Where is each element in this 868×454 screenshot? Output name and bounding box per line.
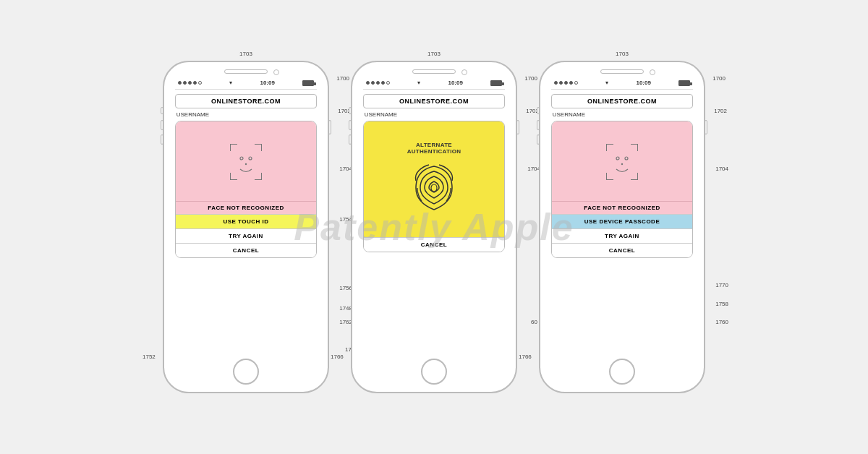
phone2-speaker bbox=[412, 69, 456, 74]
phone3-time: 10:09 bbox=[636, 80, 650, 86]
phone2-cancel-btn[interactable]: CANCEL bbox=[364, 237, 505, 252]
dot3 bbox=[188, 81, 192, 85]
phone2-ref-frame: 1766 bbox=[331, 354, 344, 360]
phone2-ref-top: 1703 bbox=[427, 51, 441, 57]
phone1-face-icon-area bbox=[229, 142, 263, 181]
phone2-url-bar[interactable]: ONLINESTORE.COM bbox=[363, 94, 506, 108]
phone2-vol1-btn bbox=[349, 120, 352, 130]
phone3-top bbox=[540, 62, 704, 77]
p2dot2 bbox=[371, 81, 375, 85]
p3dot2 bbox=[559, 81, 563, 85]
phone3-ref-top: 1703 bbox=[616, 51, 629, 57]
phone2-battery bbox=[490, 80, 502, 86]
phone3-cancel-btn[interactable]: CANCEL bbox=[552, 243, 693, 257]
phone2-home-button[interactable] bbox=[421, 359, 447, 385]
phone2-ref-cancel: 60 bbox=[531, 319, 537, 325]
phone3-face-not-recognized: FACE NOT RECOGNIZED bbox=[552, 201, 693, 214]
p3dot3 bbox=[564, 81, 568, 85]
phone2-fingerprint-svg bbox=[409, 159, 459, 217]
phone1-status-bar: ▾ 10:09 bbox=[175, 77, 318, 90]
phone3-power-btn bbox=[705, 120, 707, 134]
phone3-ref-body: 1700 bbox=[712, 75, 726, 82]
phone3-vol1-btn bbox=[537, 120, 540, 130]
phone3: ▾ 10:09 ONLINESTORE.COM USERNAME bbox=[539, 61, 705, 393]
phone3-ref-cancel: 1760 bbox=[715, 319, 728, 325]
phone1-ref-frame: 1752 bbox=[142, 354, 156, 360]
phone2-signal-dots bbox=[366, 81, 390, 85]
phone1-url-bar[interactable]: ONLINESTORE.COM bbox=[175, 94, 318, 108]
phone1: ▾ 10:09 ONLINESTORE.COM USERNAME bbox=[163, 61, 329, 393]
phone2-camera bbox=[461, 69, 467, 75]
phone2-wrapper: 1703 1700 1702 1704 60 1764 1766 bbox=[351, 61, 517, 393]
p2dot5 bbox=[386, 81, 390, 85]
phone1-face-not-recognized: FACE NOT RECOGNIZED bbox=[176, 201, 317, 214]
p2dot1 bbox=[366, 81, 370, 85]
phone3-vol2-btn bbox=[537, 134, 540, 145]
phone2: ▾ 10:09 ONLINESTORE.COM USERNAME ALTERNA… bbox=[351, 61, 517, 393]
phone1-use-touch-id-btn[interactable]: USE TOUCH ID bbox=[176, 214, 317, 228]
dot5 bbox=[198, 81, 202, 85]
phone1-try-again-btn[interactable]: TRY AGAIN bbox=[176, 228, 317, 243]
phone3-mute-btn bbox=[537, 107, 540, 114]
phone3-ref-passcode: 1770 bbox=[715, 282, 728, 288]
phone1-battery bbox=[302, 80, 314, 86]
phone1-signal-dots bbox=[178, 81, 202, 85]
phone2-ref-body: 1700 bbox=[524, 75, 537, 82]
phone3-signal-dots bbox=[554, 81, 578, 85]
phone1-mute-btn bbox=[161, 107, 163, 114]
phone3-speaker bbox=[600, 69, 644, 74]
phone3-use-passcode-btn[interactable]: USE DEVICE PASSCODE bbox=[552, 214, 693, 228]
p3dot5 bbox=[574, 81, 578, 85]
dot1 bbox=[178, 81, 182, 85]
svg-point-0 bbox=[240, 157, 243, 160]
phone1-power-btn bbox=[328, 120, 331, 134]
phone1-ref-top: 1703 bbox=[239, 51, 252, 57]
phone1-username-label: USERNAME bbox=[175, 111, 318, 118]
phone1-top bbox=[164, 62, 328, 77]
phone2-username-label: USERNAME bbox=[363, 111, 506, 118]
phone2-vol2-btn bbox=[349, 134, 352, 145]
phone1-vol1-btn bbox=[161, 120, 163, 130]
phone2-alt-auth-label: ALTERNATEAUTHENTICATION bbox=[407, 142, 461, 155]
phone1-screen: ONLINESTORE.COM USERNAME bbox=[175, 90, 318, 359]
phone3-wrapper: 1703 1700 1702 1704 1770 1758 1760 1766 bbox=[539, 61, 705, 393]
phone3-url-bar[interactable]: ONLINESTORE.COM bbox=[551, 94, 694, 108]
phone3-auth-dialog: FACE NOT RECOGNIZED USE DEVICE PASSCODE … bbox=[551, 121, 694, 258]
phone2-wifi-icon: ▾ bbox=[417, 80, 420, 86]
phone3-home-button[interactable] bbox=[609, 359, 635, 385]
phone1-vol2-btn bbox=[161, 134, 163, 145]
p3dot1 bbox=[554, 81, 558, 85]
phones-container: 1703 1700 1702 1704 1754 1756 1748 1762 … bbox=[163, 61, 705, 393]
phone2-power-btn bbox=[516, 120, 519, 134]
phone3-face-panel bbox=[552, 121, 693, 201]
phone1-time: 10:09 bbox=[260, 80, 274, 86]
svg-point-4 bbox=[616, 157, 619, 160]
phone1-cancel-btn[interactable]: CANCEL bbox=[176, 243, 317, 257]
phone1-ref-body: 1700 bbox=[336, 75, 349, 82]
phone3-ref-tryagain: 1758 bbox=[715, 301, 728, 307]
phone3-username-label: USERNAME bbox=[551, 111, 694, 118]
phone1-bottom bbox=[164, 359, 328, 392]
phone3-ref-frame: 1766 bbox=[519, 354, 532, 360]
svg-point-3 bbox=[431, 184, 437, 192]
svg-point-5 bbox=[625, 157, 628, 160]
phone1-camera bbox=[273, 69, 279, 75]
phone3-ref-username: 1704 bbox=[715, 166, 728, 172]
phone1-home-button[interactable] bbox=[233, 359, 259, 385]
svg-point-2 bbox=[245, 163, 247, 165]
phone2-time: 10:09 bbox=[448, 80, 462, 86]
phone2-auth-dialog: ALTERNATEAUTHENTICATION bbox=[363, 121, 506, 252]
phone3-screen: ONLINESTORE.COM USERNAME bbox=[551, 90, 694, 359]
phone2-top bbox=[352, 62, 516, 77]
p2dot3 bbox=[376, 81, 380, 85]
phone1-wifi-icon: ▾ bbox=[229, 80, 232, 86]
phone1-auth-dialog: FACE NOT RECOGNIZED USE TOUCH ID TRY AGA… bbox=[175, 121, 318, 258]
phone3-ref-screen: 1702 bbox=[714, 108, 727, 114]
p3dot4 bbox=[569, 81, 573, 85]
phone2-mute-btn bbox=[349, 107, 352, 114]
p2dot4 bbox=[381, 81, 385, 85]
phone1-face-panel bbox=[176, 121, 317, 201]
phone2-fingerprint-area: ALTERNATEAUTHENTICATION bbox=[364, 121, 505, 237]
phone3-try-again-btn[interactable]: TRY AGAIN bbox=[552, 228, 693, 243]
phone1-speaker bbox=[224, 69, 268, 74]
